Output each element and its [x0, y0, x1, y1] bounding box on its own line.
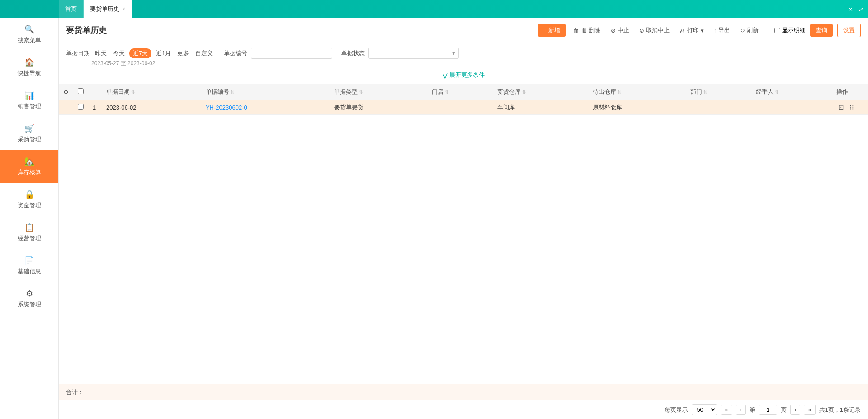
sidebar-item-inventory-calc[interactable]: 🏡 库存核算 — [0, 150, 58, 183]
sort-handler-icon: ⇅ — [775, 90, 778, 95]
sort-pending-warehouse[interactable]: 待出仓库 ⇅ — [593, 88, 621, 96]
status-filter-label: 单据状态 — [341, 49, 365, 57]
page-label: 第 — [750, 406, 755, 414]
sort-req-warehouse[interactable]: 要货仓库 ⇅ — [497, 88, 526, 96]
docno-filter-input[interactable] — [251, 48, 332, 59]
sidebar-item-search-menu[interactable]: 🔍 搜索菜单 — [0, 18, 58, 51]
top-bar: 首页 要货单历史 × ✕ ⤢ — [0, 0, 868, 18]
td-handler — [751, 100, 832, 115]
display-detail-checkbox[interactable] — [774, 28, 780, 33]
shortcut-today[interactable]: 今天 — [111, 48, 127, 58]
sidebar-item-purchase-label: 采购管理 — [18, 135, 41, 143]
cancel-stop-icon: ⊘ — [639, 27, 644, 34]
sort-doctype[interactable]: 单据类型 ⇅ — [334, 88, 363, 96]
expand-more-btn[interactable]: ⋁ 展开更多条件 — [66, 71, 861, 79]
th-req-warehouse[interactable]: 要货仓库 ⇅ — [493, 84, 588, 100]
toolbar: + 新增 🗑 🗑 删除 ⊘ 中止 ⊘ 取消中止 🖨 打印 ▾ — [538, 24, 861, 37]
tab-home-label: 首页 — [65, 5, 77, 13]
td-seq: 1 — [88, 100, 102, 115]
print-button[interactable]: 🖨 打印 ▾ — [677, 24, 707, 36]
delete-button[interactable]: 🗑 🗑 删除 — [570, 24, 604, 36]
shortcut-7days[interactable]: 近7天 — [129, 48, 151, 58]
page-size-select[interactable]: 10 20 50 100 — [692, 404, 717, 415]
cancel-stop-button[interactable]: ⊘ 取消中止 — [637, 24, 672, 36]
select-all-checkbox[interactable] — [78, 88, 84, 94]
cancel-stop-label: 取消中止 — [646, 26, 670, 34]
main-layout: 🔍 搜索菜单 🏠 快捷导航 📊 销售管理 🛒 采购管理 🏡 库存核算 🔒 资金管… — [0, 18, 868, 419]
sort-store[interactable]: 门店 ⇅ — [432, 88, 448, 96]
sidebar-item-basic-info[interactable]: 📄 基础信息 — [0, 249, 58, 282]
td-pending-warehouse: 原材料仓库 — [588, 100, 686, 115]
th-settings[interactable]: ⚙ — [59, 84, 73, 100]
table-row[interactable]: 1 2023-06-02 YH-20230602-0 要货单要货 车间库 原材料… — [59, 100, 868, 115]
docno-filter-label: 单据编号 — [224, 49, 247, 57]
sidebar-item-ops-mgmt[interactable]: 📋 经营管理 — [0, 216, 58, 249]
prev-page-button[interactable]: ‹ — [736, 405, 746, 415]
query-button[interactable]: 查询 — [810, 24, 833, 37]
td-doctype: 要货单要货 — [330, 100, 427, 115]
row-checkbox-1[interactable] — [78, 104, 84, 110]
new-button[interactable]: + 新增 — [538, 24, 566, 37]
docno-link[interactable]: YH-20230602-0 — [206, 104, 247, 111]
tab-requisition-history-label: 要货单历史 — [90, 5, 119, 13]
first-page-button[interactable]: « — [721, 405, 732, 415]
last-page-button[interactable]: » — [804, 405, 815, 415]
summary-label: 合计： — [66, 388, 84, 396]
sidebar-item-finance-mgmt[interactable]: 🔒 资金管理 — [0, 183, 58, 216]
print-icon: 🖨 — [679, 27, 685, 34]
th-handler[interactable]: 经手人 ⇅ — [751, 84, 832, 100]
th-department[interactable]: 部门 ⇅ — [686, 84, 751, 100]
export-label: 导出 — [718, 26, 730, 34]
shortcut-custom[interactable]: 自定义 — [193, 48, 215, 58]
refresh-button[interactable]: ↻ 刷新 — [737, 24, 761, 36]
sort-department-icon: ⇅ — [703, 90, 707, 95]
display-detail-toggle[interactable]: 显示明细 — [774, 26, 806, 34]
tab-home[interactable]: 首页 — [59, 0, 84, 18]
docno-filter-group: 单据编号 — [224, 48, 332, 59]
th-checkbox — [73, 84, 88, 100]
settings-button[interactable]: 设置 — [837, 24, 861, 37]
tab-close-icon[interactable]: × — [122, 6, 125, 12]
sort-department[interactable]: 部门 ⇅ — [690, 88, 707, 96]
sort-handler[interactable]: 经手人 ⇅ — [756, 88, 778, 96]
sidebar-item-sales-mgmt[interactable]: 📊 销售管理 — [0, 84, 58, 117]
sort-docdate[interactable]: 单据日期 ⇅ — [106, 88, 135, 96]
next-page-button[interactable]: › — [790, 405, 800, 415]
sidebar-item-finance-label: 资金管理 — [18, 201, 41, 210]
sidebar-item-purchase-mgmt[interactable]: 🛒 采购管理 — [0, 117, 58, 150]
td-department — [686, 100, 751, 115]
content-area: 要货单历史 + 新增 🗑 🗑 删除 ⊘ 中止 ⊘ 取消中止 — [59, 18, 868, 419]
shortcut-more[interactable]: 更多 — [175, 48, 191, 58]
sidebar-item-sys-mgmt[interactable]: ⚙ 系统管理 — [0, 282, 58, 315]
window-close-icon[interactable]: ✕ — [848, 6, 853, 13]
th-docno[interactable]: 单据编号 ⇅ — [201, 84, 330, 100]
display-detail-label: 显示明细 — [782, 26, 806, 34]
sort-store-icon: ⇅ — [445, 90, 448, 95]
row-edit-icon[interactable]: ⊡ — [836, 102, 846, 112]
sidebar-item-quick-nav[interactable]: 🏠 快捷导航 — [0, 51, 58, 84]
th-pending-warehouse[interactable]: 待出仓库 ⇅ — [588, 84, 686, 100]
filter-area: 单据日期 昨天 今天 近7天 近1月 更多 自定义 单据编号 — [59, 43, 868, 84]
stop-button[interactable]: ⊘ 中止 — [608, 24, 632, 36]
window-maximize-icon[interactable]: ⤢ — [859, 6, 863, 13]
export-button[interactable]: ↑ 导出 — [711, 24, 733, 36]
th-docdate[interactable]: 单据日期 ⇅ — [102, 84, 201, 100]
shortcut-1month[interactable]: 近1月 — [154, 48, 173, 58]
td-store — [427, 100, 493, 115]
date-range-text: 2023-05-27 至 2023-06-02 — [91, 60, 155, 67]
sidebar-item-basic-info-label: 基础信息 — [18, 267, 41, 276]
sidebar: 🔍 搜索菜单 🏠 快捷导航 📊 销售管理 🛒 采购管理 🏡 库存核算 🔒 资金管… — [0, 18, 59, 419]
shortcut-yesterday[interactable]: 昨天 — [93, 48, 108, 58]
row-more-icon[interactable]: ⁝⁝ — [848, 102, 856, 112]
export-icon: ↑ — [714, 27, 717, 34]
status-filter-select[interactable] — [368, 48, 459, 59]
sort-docno[interactable]: 单据编号 ⇅ — [206, 88, 234, 96]
th-doctype[interactable]: 单据类型 ⇅ — [330, 84, 427, 100]
table-header-row: ⚙ 单据日期 ⇅ 单据编号 — [59, 84, 868, 100]
delete-icon: 🗑 — [573, 27, 579, 34]
td-req-warehouse: 车间库 — [493, 100, 588, 115]
th-store[interactable]: 门店 ⇅ — [427, 84, 493, 100]
page-number-input[interactable] — [759, 405, 777, 415]
page-header: 要货单历史 + 新增 🗑 🗑 删除 ⊘ 中止 ⊘ 取消中止 — [59, 18, 868, 43]
tab-requisition-history[interactable]: 要货单历史 × — [84, 0, 132, 18]
